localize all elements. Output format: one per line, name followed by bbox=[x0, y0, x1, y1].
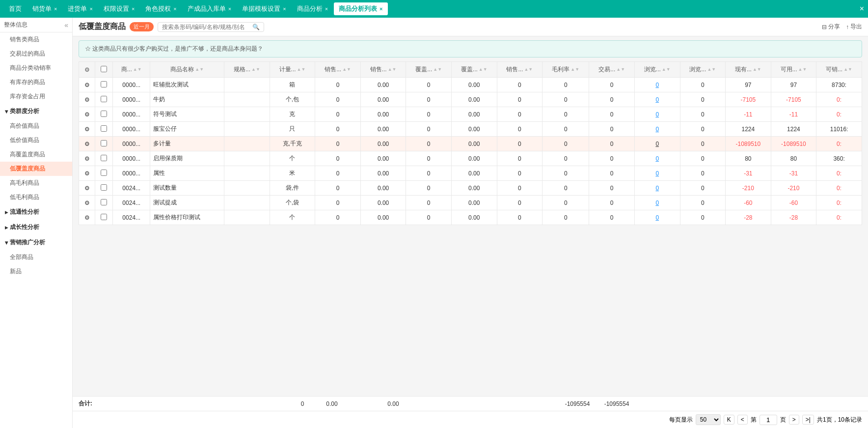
nav-item-sales[interactable]: 销货单 × bbox=[27, 2, 62, 15]
nav-close-product-analysis-list[interactable]: × bbox=[380, 6, 382, 12]
row-browse1[interactable]: 0 bbox=[634, 107, 680, 122]
row-select-checkbox[interactable] bbox=[101, 125, 107, 132]
row-checkbox[interactable] bbox=[95, 122, 113, 137]
row-settings[interactable]: ⚙ bbox=[79, 166, 95, 181]
row-settings[interactable]: ⚙ bbox=[79, 210, 95, 225]
row-browse1[interactable]: 0 bbox=[634, 78, 680, 92]
window-close-button[interactable]: × bbox=[860, 4, 864, 13]
sidebar-item-new-products[interactable]: 新品 bbox=[0, 264, 72, 279]
row-browse1[interactable]: 0 bbox=[634, 166, 680, 181]
row-checkbox[interactable] bbox=[95, 166, 113, 181]
nav-item-finished-goods[interactable]: 产成品入库单 × bbox=[183, 2, 236, 15]
sidebar-item-low-value[interactable]: 低价值商品 bbox=[0, 133, 72, 147]
th-available-stock[interactable]: 可用...▲▼ bbox=[771, 62, 816, 78]
first-page-button[interactable]: K bbox=[724, 415, 734, 425]
row-browse1[interactable]: 0 bbox=[634, 210, 680, 225]
nav-close-finished-goods[interactable]: × bbox=[228, 6, 231, 12]
row-browse1[interactable]: 0 bbox=[634, 122, 680, 137]
row-settings[interactable]: ⚙ bbox=[79, 78, 95, 92]
row-settings[interactable]: ⚙ bbox=[79, 137, 95, 151]
nav-close-product-analysis[interactable]: × bbox=[325, 6, 328, 12]
th-cover1[interactable]: 覆盖...▲▼ bbox=[406, 62, 452, 78]
nav-close-template[interactable]: × bbox=[283, 6, 286, 12]
sidebar-group-header-circulation[interactable]: ▸ 流通性分析 bbox=[0, 204, 72, 220]
row-checkbox[interactable] bbox=[95, 107, 113, 122]
nav-close-permissions[interactable]: × bbox=[132, 6, 135, 12]
sidebar-item-high-profit[interactable]: 高毛利商品 bbox=[0, 176, 72, 190]
sidebar-item-category-rate[interactable]: 商品分类动销率 bbox=[0, 61, 72, 75]
th-saleable[interactable]: 可销...▲▼ bbox=[816, 62, 862, 78]
share-button[interactable]: ⊟ 分享 bbox=[822, 23, 840, 31]
row-select-checkbox[interactable] bbox=[101, 184, 107, 191]
row-browse1[interactable]: 0 bbox=[634, 196, 680, 210]
sidebar-item-stock-capital[interactable]: 库存资金占用 bbox=[0, 89, 72, 104]
th-spec[interactable]: 规格...▲▼ bbox=[224, 62, 270, 78]
nav-item-product-analysis-list[interactable]: 商品分析列表 × bbox=[334, 2, 387, 15]
select-all-checkbox[interactable] bbox=[101, 66, 107, 72]
nav-close-sales[interactable]: × bbox=[54, 6, 57, 12]
nav-item-permissions[interactable]: 权限设置 × bbox=[99, 2, 139, 15]
sidebar-item-low-coverage[interactable]: 低覆盖度商品 bbox=[0, 162, 72, 176]
nav-close-roles[interactable]: × bbox=[173, 6, 176, 12]
page-number-input[interactable] bbox=[760, 415, 777, 425]
row-checkbox[interactable] bbox=[95, 92, 113, 107]
last-page-button[interactable]: >| bbox=[802, 415, 814, 425]
time-filter-button[interactable]: 近一月 bbox=[130, 22, 154, 31]
th-code[interactable]: 商...▲▼ bbox=[113, 62, 150, 78]
th-settings[interactable]: ⚙ bbox=[79, 62, 95, 78]
row-settings[interactable]: ⚙ bbox=[79, 107, 95, 122]
sidebar-group-header-growth[interactable]: ▸ 成长性分析 bbox=[0, 220, 72, 235]
row-checkbox[interactable] bbox=[95, 210, 113, 225]
row-select-checkbox[interactable] bbox=[101, 170, 107, 176]
sidebar-collapse-button[interactable]: « bbox=[64, 21, 68, 29]
sidebar-item-traded-products[interactable]: 交易过的商品 bbox=[0, 47, 72, 61]
sidebar-item-in-stock[interactable]: 有库存的商品 bbox=[0, 75, 72, 89]
row-settings[interactable]: ⚙ bbox=[79, 92, 95, 107]
th-unit[interactable]: 计量...▲▼ bbox=[270, 62, 315, 78]
row-settings[interactable]: ⚙ bbox=[79, 181, 95, 196]
row-checkbox[interactable] bbox=[95, 196, 113, 210]
search-input[interactable] bbox=[162, 24, 250, 30]
row-select-checkbox[interactable] bbox=[101, 140, 107, 146]
page-size-select[interactable]: 50 100 200 bbox=[696, 414, 721, 425]
th-sales-amount[interactable]: 销售...▲▼ bbox=[360, 62, 406, 78]
nav-close-purchase[interactable]: × bbox=[89, 6, 92, 12]
row-browse1[interactable]: 0 bbox=[634, 181, 680, 196]
th-trade[interactable]: 交易...▲▼ bbox=[589, 62, 635, 78]
row-checkbox[interactable] bbox=[95, 181, 113, 196]
next-page-button[interactable]: > bbox=[789, 415, 799, 425]
prev-page-button[interactable]: < bbox=[737, 415, 748, 425]
th-sales-qty[interactable]: 销售...▲▼ bbox=[315, 62, 361, 78]
row-select-checkbox[interactable] bbox=[101, 96, 107, 102]
export-button[interactable]: ↑ 导出 bbox=[846, 23, 862, 31]
sidebar-item-all-products[interactable]: 全部商品 bbox=[0, 250, 72, 264]
row-settings[interactable]: ⚙ bbox=[79, 196, 95, 210]
row-settings[interactable]: ⚙ bbox=[79, 151, 95, 166]
row-checkbox[interactable] bbox=[95, 137, 113, 151]
row-settings[interactable]: ⚙ bbox=[79, 122, 95, 137]
row-browse1[interactable]: 0 bbox=[634, 151, 680, 166]
th-browse1[interactable]: 浏览...▲▼ bbox=[634, 62, 680, 78]
sidebar-item-high-value[interactable]: 高价值商品 bbox=[0, 119, 72, 133]
row-browse1[interactable]: 0 bbox=[634, 92, 680, 107]
row-select-checkbox[interactable] bbox=[101, 214, 107, 220]
th-cover2[interactable]: 覆盖...▲▼ bbox=[451, 62, 497, 78]
nav-item-purchase[interactable]: 进货单 × bbox=[63, 2, 97, 15]
nav-item-roles[interactable]: 角色授权 × bbox=[140, 2, 181, 15]
sidebar-item-low-profit[interactable]: 低毛利商品 bbox=[0, 190, 72, 204]
search-icon[interactable]: 🔍 bbox=[252, 24, 260, 30]
row-select-checkbox[interactable] bbox=[101, 81, 107, 87]
row-checkbox[interactable] bbox=[95, 151, 113, 166]
sidebar-group-header-cluster[interactable]: ▾ 类群度分析 bbox=[0, 104, 72, 119]
row-select-checkbox[interactable] bbox=[101, 199, 107, 205]
th-name[interactable]: 商品名称▲▼ bbox=[150, 62, 224, 78]
sidebar-item-sales-products[interactable]: 销售类商品 bbox=[0, 32, 72, 47]
th-profit-rate[interactable]: 毛利率▲▼ bbox=[542, 62, 589, 78]
nav-item-template[interactable]: 单据模板设置 × bbox=[237, 2, 291, 15]
sidebar-item-high-coverage[interactable]: 高覆盖度商品 bbox=[0, 147, 72, 162]
row-checkbox[interactable] bbox=[95, 78, 113, 92]
row-browse1[interactable]: 0 bbox=[634, 137, 680, 151]
th-current-stock[interactable]: 现有...▲▼ bbox=[726, 62, 771, 78]
th-browse2[interactable]: 浏览...▲▼ bbox=[680, 62, 726, 78]
sidebar-group-header-marketing[interactable]: ▾ 营销推广分析 bbox=[0, 235, 72, 250]
